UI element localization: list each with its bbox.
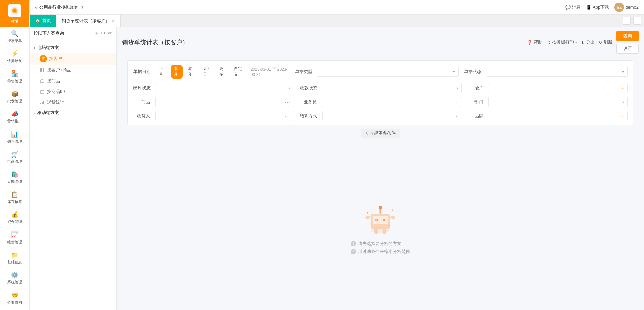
sidebar-item-inventory-label: 库存核算 xyxy=(7,199,22,204)
sidebar-item-purchase[interactable]: 🛍️ 采购管理 xyxy=(0,167,29,188)
scheme-group-mobile-header[interactable]: ▸ 移动端方案 xyxy=(30,108,116,118)
sidebar-item-operations-label: 经营管理 xyxy=(7,240,22,245)
refresh-btn[interactable]: ↻ 刷新 xyxy=(599,39,612,45)
logo-icon xyxy=(8,4,21,17)
sidebar-item-marketing-label: 营销推广 xyxy=(7,119,22,124)
tab-maximize-btn[interactable]: ⛶ xyxy=(633,17,641,25)
template-print-btn[interactable]: 🖨 按模板打印 ▾ xyxy=(546,39,577,45)
tip-num-2: 2 xyxy=(351,249,356,254)
scheme-item-by-product[interactable]: 按商品 xyxy=(30,75,116,86)
scheme-group-desktop-header[interactable]: ▾ 电脑端方案 xyxy=(30,43,116,53)
export-icon: ⬇ xyxy=(581,40,585,45)
user-menu-btn[interactable]: Ea demo2 xyxy=(614,3,639,12)
warehouse-dots: ··· xyxy=(618,86,624,91)
collection-status-select[interactable]: ▾ xyxy=(323,83,461,93)
sidebar-item-inventory[interactable]: 📋 库存核算 xyxy=(0,188,29,208)
date-btn-last-month[interactable]: 上月 xyxy=(156,65,169,79)
finance-icon: 💰 xyxy=(11,211,18,218)
tab-minimize-btn[interactable]: — xyxy=(623,17,631,25)
sidebar-item-system-label: 系统管理 xyxy=(7,280,22,285)
warehouse-select[interactable]: ··· xyxy=(489,83,628,93)
date-btn-more[interactable]: 更多 xyxy=(216,65,229,79)
recipient-select[interactable]: ··· xyxy=(155,111,294,121)
filter-row-4: 收货人 ··· 结算方式 ▾ 品牌 ··· xyxy=(133,111,628,121)
sidebar-item-quick-nav[interactable]: ⚡ 快捷导航 xyxy=(0,47,29,67)
right-panel-header: 销货单统计表（按客户） ❓ 帮助 🖨 按模板打印 ▾ ⬇ 导出 xyxy=(117,27,644,56)
settings-button[interactable]: 设置 xyxy=(616,44,639,54)
help-label: 帮助 xyxy=(534,39,542,45)
sidebar-item-quick-nav-label: 快捷导航 xyxy=(7,58,22,63)
sidebar-item-sales[interactable]: 📊 销售管理 xyxy=(0,127,29,147)
scheme-item-by-product-99[interactable]: 按商品99 xyxy=(30,86,116,97)
grid-icon xyxy=(40,67,45,73)
scheme-item-by-product-label: 按商品 xyxy=(47,78,60,84)
product-select[interactable]: ··· xyxy=(155,97,294,107)
tab-home[interactable]: 🏠 首页 xyxy=(30,15,56,27)
date-btn-7days[interactable]: 近7天 xyxy=(200,65,214,79)
settlement-select[interactable]: ▾ xyxy=(322,111,461,121)
doc-type-select[interactable]: ▾ xyxy=(318,67,459,77)
left-panel-header: 按以下方案查询 ＋ ⚙ ≪ xyxy=(30,27,116,40)
sidebar-item-finance[interactable]: 💰 资金管理 xyxy=(0,208,29,228)
tab-close-btn[interactable]: ✕ xyxy=(112,19,115,23)
export-btn[interactable]: ⬇ 导出 xyxy=(581,39,595,45)
sidebar-item-newbie[interactable]: 🎯 新手引导 xyxy=(0,308,29,310)
retail-icon: 🏪 xyxy=(11,70,18,78)
system-icon: ⚙️ xyxy=(11,271,18,279)
message-icon: 💬 xyxy=(565,5,571,10)
sidebar-item-basic[interactable]: 📁 基础信息 xyxy=(0,248,29,268)
date-btn-this-year[interactable]: 本年 xyxy=(185,65,198,79)
sidebar-item-system[interactable]: ⚙️ 系统管理 xyxy=(0,268,29,288)
doc-status-select[interactable]: ▾ xyxy=(487,67,628,77)
settings-scheme-btn[interactable]: ⚙ xyxy=(101,30,105,36)
date-btn-this-month[interactable]: 本月 xyxy=(171,65,183,79)
department-select[interactable]: ▾ xyxy=(488,97,628,107)
right-panel: 销货单统计表（按客户） ❓ 帮助 🖨 按模板打印 ▾ ⬇ 导出 xyxy=(117,27,644,310)
scheme-group-mobile-label: 移动端方案 xyxy=(37,110,59,116)
sidebar-item-marketing[interactable]: 📣 营销推广 xyxy=(0,107,29,127)
operations-icon: 📈 xyxy=(11,231,18,239)
svg-rect-4 xyxy=(40,70,42,72)
empty-robot-illustration: ✦ ✦ ✦ xyxy=(364,198,397,235)
scheme-item-by-customer[interactable]: 客 按客户 xyxy=(30,53,116,65)
out-status-select[interactable]: ▾ xyxy=(156,83,294,93)
svg-text:✦: ✦ xyxy=(389,224,391,227)
username-label: demo2 xyxy=(625,5,639,10)
sidebar-item-enterprise[interactable]: 🤝 企业协同 xyxy=(0,288,29,308)
sidebar-item-ecommerce[interactable]: 🛒 电商管理 xyxy=(0,147,29,167)
salesperson-select[interactable]: ··· xyxy=(322,97,461,107)
sidebar-item-retail[interactable]: 🏪 零售管理 xyxy=(0,67,29,87)
svg-rect-20 xyxy=(365,215,371,219)
brand-dots: ··· xyxy=(618,114,624,119)
query-button[interactable]: 查询 xyxy=(616,31,639,41)
wholesale-icon: 📦 xyxy=(11,90,18,98)
message-btn[interactable]: 💬 消息 xyxy=(565,4,581,10)
app-download-btn[interactable]: 📱 App下载 xyxy=(586,4,609,10)
active-scheme-dot: 客 xyxy=(40,55,47,62)
dropdown-arrow-icon[interactable]: ▾ xyxy=(81,5,84,10)
help-btn[interactable]: ❓ 帮助 xyxy=(527,39,542,45)
brand-select[interactable]: ··· xyxy=(489,111,628,121)
sidebar-item-search[interactable]: 🔍 搜索菜单 xyxy=(0,27,29,47)
logo-label: 标版 xyxy=(11,19,18,24)
collapse-panel-btn[interactable]: ≪ xyxy=(107,30,112,36)
scheme-item-by-customer-product[interactable]: 按客户+商品 xyxy=(30,65,116,75)
svg-point-19 xyxy=(379,206,382,209)
filter-section: 单据日期 上月 本月 本年 近7天 更多 自定义 2023-03-01 至 20… xyxy=(117,56,644,145)
sidebar-item-wholesale[interactable]: 📦 批发管理 xyxy=(0,87,29,107)
tab-sales-stats[interactable]: 销货单统计表（按客户） ✕ xyxy=(56,15,121,27)
doc-status-arrow-icon: ▾ xyxy=(622,70,624,74)
add-scheme-btn[interactable]: ＋ xyxy=(94,30,99,36)
svg-rect-13 xyxy=(373,216,388,224)
box-icon xyxy=(40,78,45,84)
print-label: 按模板打印 xyxy=(552,39,574,45)
sidebar-item-retail-label: 零售管理 xyxy=(7,79,22,84)
empty-state: ✦ ✦ ✦ 1 请先选择要分析的方案 2 用过滤条件来缩小分析范围 xyxy=(117,145,644,310)
collapse-btn[interactable]: ∧ 收起更多条件 xyxy=(361,129,400,138)
scheme-item-return-stats-label: 退货统计 xyxy=(47,99,64,105)
scheme-item-return-stats[interactable]: 退货统计 xyxy=(30,97,116,108)
sidebar-item-operations[interactable]: 📈 经营管理 xyxy=(0,228,29,248)
sidebar-item-search-label: 搜索菜单 xyxy=(7,38,22,43)
date-btn-custom[interactable]: 自定义 xyxy=(231,65,247,79)
doc-status-label: 单据状态 xyxy=(464,69,481,75)
